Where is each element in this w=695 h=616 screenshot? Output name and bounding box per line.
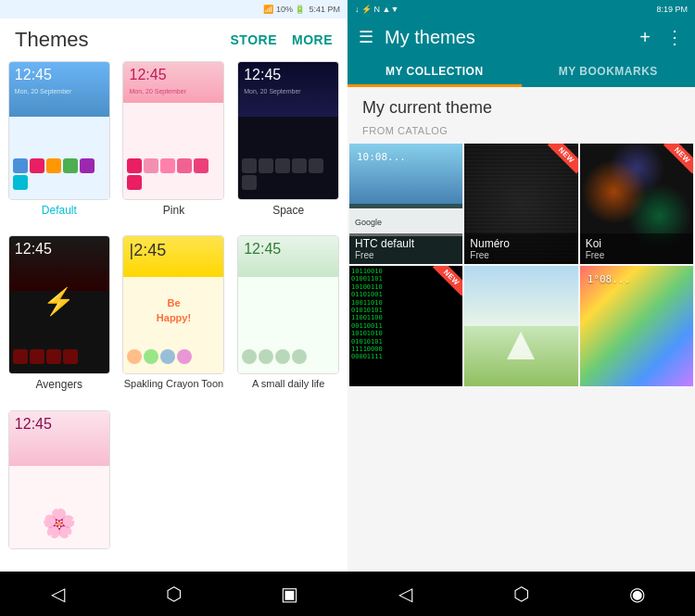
- theme-thumbnail-space[interactable]: 12:45 Mon, 20 September: [237, 61, 339, 200]
- overflow-menu-button[interactable]: ⋮: [665, 26, 684, 48]
- catalog-label-htc: HTC default Free: [349, 233, 462, 264]
- right-status-icons: ↓ ⚡ N ▲▼: [355, 5, 398, 14]
- theme-item-crayon[interactable]: |2:45 BeHappy! Spakling Crayon Toon: [119, 235, 230, 406]
- theme-thumbnail-daily[interactable]: 12:45: [237, 235, 339, 374]
- add-button[interactable]: +: [639, 27, 651, 48]
- right-header-left: ☰ My themes: [359, 27, 475, 48]
- tabs-row: MY COLLECTION MY BOOKMARKS: [348, 56, 695, 87]
- more-button[interactable]: MORE: [292, 32, 333, 47]
- theme-item-default[interactable]: 12:45 Mon, 20 September Default: [4, 61, 115, 232]
- theme-item-pink[interactable]: 12:45 Mon, 20 September Pink: [119, 61, 230, 232]
- theme-thumbnail-crayon[interactable]: |2:45 BeHappy!: [122, 235, 224, 374]
- catalog-item-numero[interactable]: NEW Numéro Free: [464, 144, 577, 264]
- home-button-right[interactable]: ⬡: [503, 575, 540, 612]
- theme-label-avengers: Avengers: [36, 378, 82, 391]
- left-status-time: 5:41 PM: [309, 5, 340, 14]
- theme-item-flowers[interactable]: 12:45 🌸: [4, 410, 115, 568]
- theme-label-space: Space: [272, 204, 304, 217]
- back-button-right[interactable]: ◁: [387, 575, 424, 612]
- section-subtitle: FROM CATALOG: [348, 121, 695, 144]
- right-bottom-nav: ◁ ⬡ ◉: [348, 572, 695, 616]
- tab-bookmarks[interactable]: MY BOOKMARKS: [522, 56, 696, 87]
- catalog-grid: 10:08... Google HTC default Free NEW Num…: [348, 144, 695, 386]
- hamburger-icon[interactable]: ☰: [359, 27, 373, 47]
- theme-thumbnail-flowers[interactable]: 12:45 🌸: [8, 410, 110, 549]
- right-header-actions: + ⋮: [639, 26, 684, 48]
- theme-item-daily[interactable]: 12:45 A small daily life: [233, 235, 344, 406]
- catalog-label-numero: Numéro Free: [464, 233, 577, 264]
- tab-collection[interactable]: MY COLLECTION: [348, 56, 522, 87]
- recents-button-left[interactable]: ▣: [272, 575, 309, 612]
- theme-thumbnail-pink[interactable]: 12:45 Mon, 20 September: [122, 61, 224, 200]
- theme-item-space[interactable]: 12:45 Mon, 20 September Space: [233, 61, 344, 232]
- catalog-item-matrix[interactable]: 1011001001001101101001100110100110011010…: [349, 266, 462, 386]
- svg-marker-0: [507, 332, 535, 359]
- theme-item-avengers[interactable]: 12:45 ⚡ Avengers: [4, 235, 115, 406]
- theme-label-daily: A small daily life: [252, 378, 324, 389]
- right-content: My current theme FROM CATALOG 10:08... G…: [348, 87, 695, 572]
- theme-label-crayon: Spakling Crayon Toon: [124, 378, 223, 389]
- catalog-label-koi: Koi Free: [580, 233, 693, 264]
- back-button-left[interactable]: ◁: [40, 575, 77, 612]
- right-status-time: 8:19 PM: [656, 5, 688, 14]
- left-header-actions: STORE MORE: [231, 32, 333, 47]
- left-status-bar: 📶 10% 🔋 5:41 PM: [0, 0, 348, 19]
- left-bottom-nav: ◁ ⬡ ▣: [0, 572, 348, 616]
- theme-label-default: Default: [42, 204, 77, 217]
- theme-label-pink: Pink: [163, 204, 184, 217]
- catalog-item-htc[interactable]: 10:08... Google HTC default Free: [349, 144, 462, 264]
- new-badge-numero: NEW: [541, 144, 578, 181]
- store-button[interactable]: STORE: [231, 32, 277, 47]
- theme-thumbnail-default[interactable]: 12:45 Mon, 20 September: [8, 61, 110, 200]
- themes-grid: 12:45 Mon, 20 September Default: [0, 57, 348, 572]
- new-badge-matrix: NEW: [425, 266, 462, 303]
- right-status-bar: ↓ ⚡ N ▲▼ 8:19 PM: [348, 0, 695, 19]
- left-panel: 📶 10% 🔋 5:41 PM Themes STORE MORE 12:45 …: [0, 0, 348, 616]
- theme-thumbnail-avengers[interactable]: 12:45 ⚡: [8, 235, 110, 374]
- left-header: Themes STORE MORE: [0, 19, 348, 57]
- section-title: My current theme: [348, 87, 695, 121]
- recents-button-right[interactable]: ◉: [619, 575, 656, 612]
- left-status-icons: 📶 10% 🔋: [263, 5, 305, 14]
- catalog-item-colorful[interactable]: 1°08...: [580, 266, 693, 386]
- catalog-item-landscape[interactable]: [464, 266, 577, 386]
- catalog-item-koi[interactable]: NEW Koi Free: [580, 144, 693, 264]
- right-title: My themes: [385, 27, 475, 48]
- right-panel: ↓ ⚡ N ▲▼ 8:19 PM ☰ My themes + ⋮ MY COLL…: [348, 0, 695, 616]
- home-button-left[interactable]: ⬡: [156, 575, 193, 612]
- left-title: Themes: [15, 28, 88, 52]
- new-badge-koi: NEW: [656, 144, 693, 181]
- right-header: ☰ My themes + ⋮: [348, 19, 695, 56]
